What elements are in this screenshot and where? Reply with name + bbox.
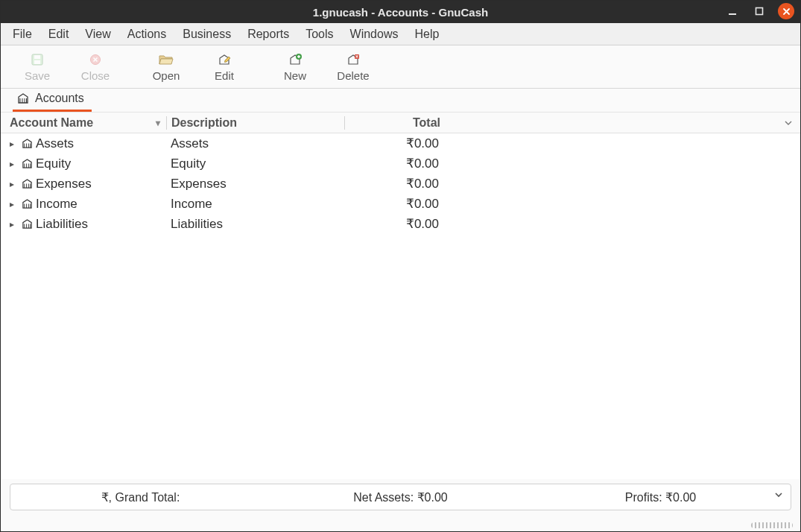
sort-indicator-icon: ▾ [156, 118, 160, 128]
close-label: Close [81, 69, 110, 82]
open-button[interactable]: Open [137, 45, 195, 88]
menubar: File Edit View Actions Business Reports … [1, 23, 800, 45]
app-window: 1.gnucash - Accounts - GnuCash File Edit… [0, 0, 801, 532]
account-total: ₹0.00 [343, 216, 445, 232]
window-title: 1.gnucash - Accounts - GnuCash [1, 6, 800, 19]
column-chooser-button[interactable] [781, 115, 796, 130]
save-button[interactable]: Save [8, 45, 66, 88]
account-total: ₹0.00 [343, 196, 445, 212]
floppy-icon [31, 52, 44, 67]
window-footer [1, 516, 800, 531]
expander-icon[interactable]: ▸ [10, 199, 19, 209]
menu-view[interactable]: View [77, 25, 118, 44]
status-profits: Profits: ₹0.00 [531, 490, 791, 504]
close-tab-button[interactable]: Close [66, 45, 124, 88]
status-grand-total: ₹, Grand Total: [10, 490, 270, 504]
account-name: Income [36, 197, 77, 212]
maximize-button[interactable] [751, 3, 767, 19]
expander-icon[interactable]: ▸ [10, 179, 19, 189]
col-account-name[interactable]: Account Name ▾ [10, 116, 166, 130]
menu-help[interactable]: Help [407, 25, 446, 44]
building-icon [22, 198, 33, 209]
menu-edit[interactable]: Edit [41, 25, 77, 44]
tabbar: Accounts [1, 89, 800, 113]
menu-tools[interactable]: Tools [298, 25, 341, 44]
titlebar: 1.gnucash - Accounts - GnuCash [1, 1, 800, 23]
account-description: Assets [166, 136, 343, 151]
folder-open-icon [159, 52, 174, 67]
delete-button[interactable]: Delete [324, 45, 382, 88]
col-description[interactable]: Description [167, 116, 344, 130]
window-controls [724, 3, 794, 19]
svg-rect-3 [34, 55, 40, 59]
delete-label: Delete [337, 69, 369, 82]
new-label: New [284, 69, 306, 82]
account-name: Liabilities [36, 217, 88, 232]
tab-label: Accounts [35, 92, 84, 105]
menu-actions[interactable]: Actions [120, 25, 174, 44]
status-net-assets: Net Assets: ₹0.00 [270, 490, 531, 504]
status-dropdown-icon[interactable] [774, 490, 783, 501]
account-description: Expenses [166, 177, 343, 191]
account-description: Liabilities [166, 217, 343, 232]
close-window-button[interactable] [778, 3, 794, 19]
menu-windows[interactable]: Windows [343, 25, 406, 44]
building-delete-icon [346, 52, 360, 67]
open-label: Open [153, 69, 180, 82]
table-row[interactable]: ▸ Assets Assets ₹0.00 [1, 133, 800, 153]
building-edit-icon [218, 52, 231, 67]
account-total: ₹0.00 [343, 176, 445, 191]
toolbar: Save Close Open Edit [1, 45, 800, 89]
building-icon [22, 138, 33, 149]
menu-file[interactable]: File [5, 25, 39, 44]
account-description: Equity [166, 156, 343, 171]
building-icon [17, 92, 29, 104]
save-label: Save [25, 69, 50, 82]
account-total: ₹0.00 [343, 156, 445, 171]
account-description: Income [166, 197, 343, 212]
menu-reports[interactable]: Reports [240, 25, 297, 44]
building-icon [22, 178, 33, 189]
close-icon [89, 52, 101, 67]
tab-accounts[interactable]: Accounts [13, 89, 92, 112]
col-total-label: Total [413, 116, 440, 129]
account-tree[interactable]: ▸ Assets Assets ₹0.00 ▸ Equity Equity ₹0… [1, 133, 800, 479]
building-plus-icon [288, 52, 302, 67]
account-total: ₹0.00 [343, 136, 445, 151]
statusbar[interactable]: ₹, Grand Total: Net Assets: ₹0.00 Profit… [10, 484, 791, 510]
edit-button[interactable]: Edit [195, 45, 253, 88]
resize-grip-icon[interactable] [751, 522, 793, 528]
account-name: Equity [36, 156, 71, 171]
table-header: Account Name ▾ Description Total [1, 113, 800, 133]
account-name: Assets [36, 136, 74, 151]
building-icon [22, 158, 33, 169]
table-row[interactable]: ▸ Liabilities Liabilities ₹0.00 [1, 214, 800, 234]
col-description-label: Description [171, 116, 237, 129]
table-row[interactable]: ▸ Equity Equity ₹0.00 [1, 153, 800, 174]
svg-rect-1 [756, 8, 763, 15]
expander-icon[interactable]: ▸ [10, 159, 19, 169]
expander-icon[interactable]: ▸ [10, 219, 19, 229]
svg-rect-0 [729, 13, 736, 15]
col-total[interactable]: Total [345, 116, 446, 130]
new-button[interactable]: New [266, 45, 324, 88]
col-account-name-label: Account Name [10, 116, 93, 130]
table-row[interactable]: ▸ Income Income ₹0.00 [1, 194, 800, 214]
building-icon [22, 218, 33, 229]
account-name: Expenses [36, 177, 92, 191]
edit-label: Edit [215, 69, 234, 82]
menu-business[interactable]: Business [175, 25, 238, 44]
svg-rect-4 [34, 60, 40, 64]
table-row[interactable]: ▸ Expenses Expenses ₹0.00 [1, 174, 800, 194]
expander-icon[interactable]: ▸ [10, 139, 19, 149]
minimize-button[interactable] [724, 3, 741, 19]
